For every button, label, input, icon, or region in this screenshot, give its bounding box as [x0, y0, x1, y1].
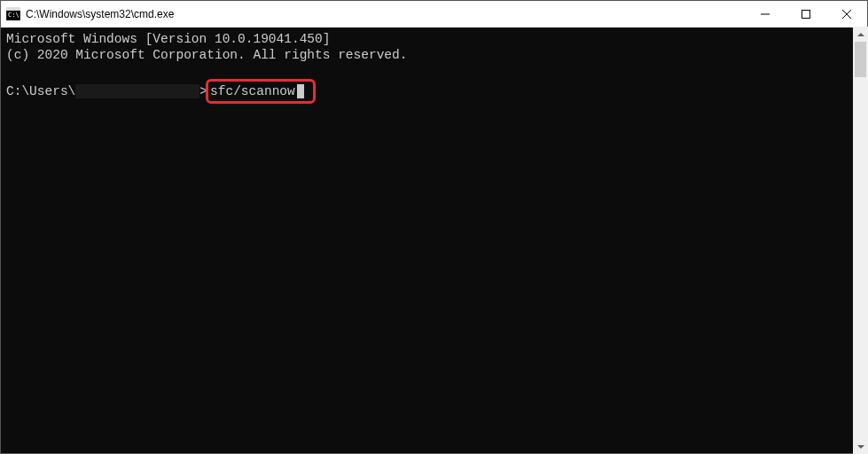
text-cursor: [297, 84, 304, 98]
scroll-down-arrow[interactable]: [853, 439, 868, 454]
svg-rect-1: [6, 8, 20, 11]
minimize-button[interactable]: [745, 1, 786, 27]
window-controls: [745, 1, 867, 27]
svg-marker-8: [857, 445, 864, 449]
cmd-window: C:\ C:\Windows\system32\cmd.exe Microsof…: [0, 0, 868, 454]
terminal-blank-line: [6, 63, 862, 79]
titlebar[interactable]: C:\ C:\Windows\system32\cmd.exe: [1, 1, 867, 27]
window-title: C:\Windows\system32\cmd.exe: [26, 8, 745, 20]
terminal-copyright-line: (c) 2020 Microsoft Corporation. All righ…: [6, 47, 862, 63]
scrollbar-thumb[interactable]: [855, 42, 866, 77]
maximize-button[interactable]: [786, 1, 826, 27]
command-text: sfc/scannow: [210, 84, 295, 98]
svg-marker-7: [857, 33, 864, 36]
cmd-icon: C:\: [6, 7, 20, 21]
scroll-up-arrow[interactable]: [853, 27, 868, 42]
prompt-path-prefix: C:\Users\: [6, 83, 75, 99]
terminal-header-line: Microsoft Windows [Version 10.0.19041.45…: [6, 31, 862, 47]
close-button[interactable]: [826, 1, 867, 27]
terminal-area[interactable]: Microsoft Windows [Version 10.0.19041.45…: [1, 27, 867, 453]
svg-text:C:\: C:\: [8, 12, 20, 19]
command-highlight-box: sfc/scannow: [206, 79, 316, 104]
redacted-username: [75, 84, 199, 98]
vertical-scrollbar[interactable]: [853, 27, 868, 454]
svg-rect-4: [802, 11, 810, 19]
scrollbar-track[interactable]: [853, 42, 868, 439]
prompt-line: C:\Users\>sfc/scannow: [6, 79, 862, 104]
